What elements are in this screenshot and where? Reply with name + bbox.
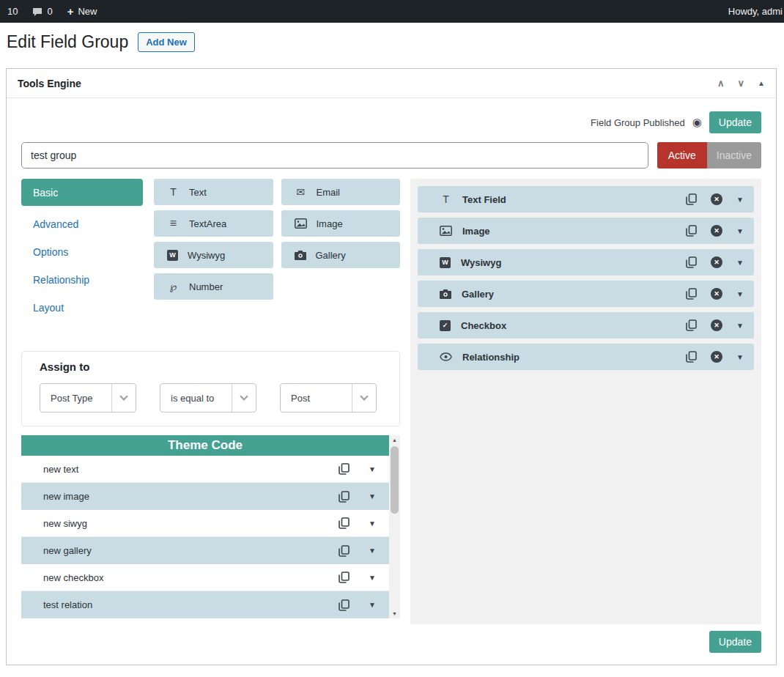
panel-header: Tools Engine ∧ ∨ ▲ [7,69,776,98]
theme-code-section: Theme Code new text ▼ new image [21,435,400,618]
wysiwyg-icon: W [440,257,451,268]
field-row-text[interactable]: T Text Field ✕ ▼ [418,186,754,212]
active-button[interactable]: Active [657,142,707,169]
tab-advanced[interactable]: Advanced [21,210,143,238]
comment-bubble-icon [32,7,42,16]
field-type-image[interactable]: Image [281,210,401,237]
collapse-toggle-icon[interactable]: ▲ [758,79,765,87]
move-down-icon[interactable]: ∨ [738,78,745,89]
textarea-icon: ≡ [167,217,180,230]
copy-icon[interactable] [686,256,697,268]
field-type-gallery[interactable]: Gallery [281,242,401,268]
assign-value-select[interactable]: Post [280,383,377,413]
scroll-up-icon[interactable]: ▲ [392,435,397,445]
assign-operator-select[interactable]: is equal to [160,383,256,413]
caret-down-icon[interactable]: ▼ [369,574,376,582]
comments-count: 0 [47,6,52,17]
theme-code-row: new siwyg ▼ [21,510,389,537]
caret-down-icon[interactable]: ▼ [369,465,376,473]
scroll-down-icon[interactable]: ▼ [392,609,397,618]
tab-relationship[interactable]: Relationship [21,266,143,294]
add-new-button[interactable]: Add New [138,32,195,52]
update-button-bottom[interactable]: Update [709,631,761,653]
field-row-gallery[interactable]: Gallery ✕ ▼ [418,281,754,307]
tab-layout[interactable]: Layout [21,294,143,322]
caret-down-icon[interactable]: ▼ [369,492,376,500]
field-row-checkbox[interactable]: ✓ Checkbox ✕ ▼ [418,312,754,338]
panel-footer: Update [21,631,761,653]
field-type-wysiwyg[interactable]: W Wysiwyg [154,242,273,268]
caret-down-icon[interactable]: ▼ [736,290,744,298]
caret-down-icon[interactable]: ▼ [736,227,744,235]
caret-down-icon[interactable]: ▼ [369,601,376,609]
panel-title: Tools Engine [18,78,81,89]
tab-options[interactable]: Options [21,238,143,266]
field-type-text[interactable]: T Text [154,179,273,205]
theme-code-row: new text ▼ [21,456,389,483]
caret-down-icon[interactable]: ▼ [369,519,376,528]
admin-bar-comments[interactable]: 0 [25,0,59,23]
field-label: Gallery [462,289,494,300]
wysiwyg-icon: W [167,250,178,261]
theme-code-row: new checkbox ▼ [21,564,389,591]
left-column: Basic Advanced Options Relationship Layo… [21,179,400,624]
caret-down-icon[interactable]: ▼ [736,259,744,267]
chevron-down-icon [111,384,136,412]
field-row-wysiwyg[interactable]: W Wysiwyg ✕ ▼ [418,249,754,275]
copy-icon[interactable] [686,288,697,300]
panel-body: Field Group Published ◉ Update Active In… [7,98,776,665]
visibility-icon[interactable]: ◉ [692,116,702,129]
delete-icon[interactable]: ✕ [711,225,722,237]
admin-bar-updates[interactable]: 10 [0,0,25,23]
field-row-relationship[interactable]: Relationship ✕ ▼ [418,344,754,370]
field-type-textarea[interactable]: ≡ TextArea [154,210,273,237]
assign-to-title: Assign to [40,360,382,373]
published-label: Field Group Published [591,117,685,128]
copy-icon[interactable] [339,491,350,503]
number-icon: ℘ [167,281,180,292]
delete-icon[interactable]: ✕ [711,351,722,363]
delete-icon[interactable]: ✕ [711,256,722,268]
copy-icon[interactable] [686,351,697,363]
field-type-number[interactable]: ℘ Number [154,273,273,300]
plus-icon: + [67,6,74,17]
delete-icon[interactable]: ✕ [711,193,722,205]
camera-icon [440,289,451,299]
field-label: Checkbox [461,320,506,331]
copy-icon[interactable] [339,599,350,611]
caret-down-icon[interactable]: ▼ [736,322,744,330]
field-label: Text Field [462,194,506,205]
copy-icon[interactable] [686,193,697,205]
admin-bar-howdy[interactable]: Howdy, admi [721,0,784,23]
copy-icon[interactable] [686,225,697,237]
caret-down-icon[interactable]: ▼ [736,196,744,204]
group-name-input[interactable] [21,142,648,169]
field-row-image[interactable]: Image ✕ ▼ [418,218,754,244]
assign-to-box: Assign to Post Type is equal to Post [21,351,400,426]
chevron-down-icon [352,384,376,412]
copy-icon[interactable] [339,517,350,529]
tile-label: TextArea [189,218,226,229]
copy-icon[interactable] [339,463,350,475]
copy-icon[interactable] [339,545,350,557]
admin-bar-new[interactable]: + New [60,0,105,23]
delete-icon[interactable]: ✕ [711,319,722,331]
theme-row-label: new siwyg [43,518,87,529]
inactive-button[interactable]: Inactive [707,142,761,169]
status-toggle: Active Inactive [657,142,761,169]
update-button-top[interactable]: Update [709,111,761,133]
tile-label: Gallery [316,250,346,261]
move-up-icon[interactable]: ∧ [717,78,725,89]
caret-down-icon[interactable]: ▼ [369,547,376,555]
copy-icon[interactable] [339,571,350,583]
assign-param-select[interactable]: Post Type [40,383,136,413]
field-type-email[interactable]: ✉ Email [281,179,401,205]
theme-code-scrollbar[interactable]: ▲ ▼ [389,435,400,618]
copy-icon[interactable] [686,319,697,331]
scrollbar-thumb[interactable] [391,446,399,514]
caret-down-icon[interactable]: ▼ [736,353,744,361]
tab-basic[interactable]: Basic [21,179,143,206]
delete-icon[interactable]: ✕ [711,288,722,300]
relationship-icon [440,352,452,361]
theme-row-label: test relation [43,599,92,610]
